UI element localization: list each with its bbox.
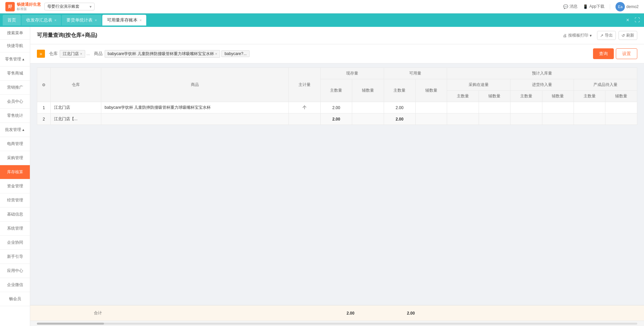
sidebar-item-guide[interactable]: 新手引导 (0, 250, 30, 264)
footer-pp-main (517, 308, 547, 318)
fullscreen-btn[interactable]: ⛶ (633, 16, 641, 25)
expand-btn[interactable]: » (37, 50, 45, 58)
sidebar-item-marketing[interactable]: 营销推广 (0, 81, 30, 95)
tab-order-stats-close[interactable]: × (95, 18, 97, 22)
td-product-2 (101, 113, 288, 125)
sidebar-item-quick-nav[interactable]: 快捷导航 (0, 40, 30, 52)
th-purchase-transit: 采购在途量 (447, 79, 511, 91)
warehouse-remove[interactable]: × (80, 52, 82, 56)
close-all-btn[interactable]: × (625, 16, 631, 25)
message-label: 消息 (570, 4, 578, 9)
td-prod-aux-2 (605, 113, 637, 125)
brand-name: 畅捷通好生意 (17, 2, 41, 7)
td-avail-main-1: 2.00 (384, 102, 415, 113)
footer-avail-main: 2.00 (396, 308, 426, 318)
product-tag-2-value: babycare?... (224, 51, 247, 56)
sidebar: 搜索菜单 快捷导航 零售管理 ▲ 零售商城 营销推广 会员中心 零售统计 批发管… (0, 27, 30, 326)
warehouse-label: 仓库 (49, 51, 58, 57)
footer-table: 合计 2.00 2.00 (37, 308, 637, 318)
table-footer: 合计 2.00 2.00 (30, 305, 644, 321)
sidebar-item-wechat[interactable]: 企业微信 (0, 278, 30, 292)
sidebar-item-inventory[interactable]: 库存核算 (0, 165, 30, 179)
tab-order-stats[interactable]: 要货单统计表 × (62, 15, 101, 26)
query-btn[interactable]: 查询 (593, 48, 614, 59)
footer-pp-aux (547, 308, 577, 318)
td-avail-main-2: 2.00 (384, 113, 415, 125)
td-index-1: 1 (37, 102, 51, 113)
horizontal-scrollbar[interactable] (30, 321, 644, 326)
print-template-btn[interactable]: 🖨 按模板打印 ▾ (560, 31, 594, 40)
th-planned-inbound: 预计入库量 (447, 68, 637, 79)
settings-btn[interactable]: 设置 (616, 48, 637, 59)
arrow-icon: ▲ (22, 57, 25, 61)
td-warehouse-1: 江北门店 (51, 102, 101, 113)
th-avail-main: 主数量 (384, 79, 415, 102)
td-pp-aux-2 (542, 113, 574, 125)
avatar: Ea (615, 2, 625, 11)
app-download-btn[interactable]: 📱 App下载 (583, 4, 604, 9)
sidebar-item-enterprise[interactable]: 企业协同 (0, 236, 30, 250)
td-unit-1: 个 (289, 102, 320, 113)
sidebar-item-retail-mgmt[interactable]: 零售管理 ▲ (0, 52, 30, 66)
sidebar-item-member[interactable]: 会员中心 (0, 95, 30, 109)
th-main-unit: 主计量 (289, 68, 320, 102)
th-pp-main: 主数量 (511, 91, 542, 102)
message-btn[interactable]: 💬 消息 (563, 4, 578, 9)
sidebar-item-retail-stats[interactable]: 零售统计 (0, 109, 30, 123)
th-settings[interactable]: ⚙ (37, 68, 51, 102)
td-pp-main-1 (511, 102, 542, 113)
th-avail-aux: 辅数量 (415, 79, 447, 102)
export-btn[interactable]: ↗ 导出 (597, 31, 616, 40)
tab-receipts-close[interactable]: × (54, 18, 56, 22)
user-menu[interactable]: Ea demo2 (615, 2, 639, 11)
th-prod-main: 主数量 (574, 91, 605, 102)
refresh-btn[interactable]: ↺ 刷新 (619, 31, 637, 40)
page-header: 可用量查询(按仓库+商品) 🖨 按模板打印 ▾ ↗ 导出 ↺ 刷新 (30, 27, 644, 44)
sidebar-item-retail-shop[interactable]: 零售商城 (0, 66, 30, 81)
th-pt-main: 主数量 (447, 91, 479, 102)
page-title: 可用量查询(按仓库+商品) (37, 32, 97, 39)
content: 可用量查询(按仓库+商品) 🖨 按模板打印 ▾ ↗ 导出 ↺ 刷新 » (30, 27, 644, 326)
product-tag-1-value: babycare学饮杯 儿童防摔防撞吸管杯重力球吸嘴杯宝宝水杯 (108, 51, 214, 57)
industry-name: 母婴行业演示账套 (47, 4, 79, 9)
table-row: 1 江北门店 babycare学饮杯 儿童防摔防撞吸管杯重力球吸嘴杯宝宝水杯 个… (37, 102, 637, 113)
export-label: 导出 (605, 33, 613, 38)
scroll-thumb[interactable] (37, 323, 104, 325)
th-warehouse: 仓库 (51, 68, 101, 102)
footer-spacer-2 (50, 308, 91, 318)
topbar: 好 畅捷通好生意 标准版 母婴行业演示账套 ▾ 💬 消息 📱 App下载 Ea … (0, 0, 644, 13)
tab-order-stats-label: 要货单统计表 (66, 17, 93, 23)
td-pp-aux-1 (542, 102, 574, 113)
sidebar-item-vip[interactable]: 畅会员 (0, 292, 30, 306)
avatar-text: Ea (618, 5, 623, 9)
data-table: ⚙ 仓库 商品 主计量 现存量 可用量 预计入库量 主数量 辅数量 主数量 辅数… (37, 67, 637, 125)
sidebar-item-purchase[interactable]: 采购管理 (0, 151, 30, 165)
th-available: 可用量 (384, 68, 447, 79)
sidebar-item-operations[interactable]: 经营管理 (0, 193, 30, 207)
print-label: 按模板打印 (568, 33, 588, 38)
sidebar-item-ecommerce[interactable]: 电商管理 (0, 137, 30, 151)
sidebar-item-wholesale[interactable]: 批发管理 ▲ (0, 123, 30, 137)
warehouse-more[interactable]: ... (87, 51, 90, 56)
tab-available-stock[interactable]: 可用量库存账本 × (102, 15, 146, 26)
sidebar-item-app-center[interactable]: 应用中心 (0, 264, 30, 278)
sidebar-item-search[interactable]: 搜索菜单 (0, 27, 30, 40)
app-icon: 📱 (583, 4, 588, 9)
footer-spacer-1 (37, 308, 50, 318)
th-pt-aux: 辅数量 (479, 91, 510, 102)
product-tag-2: babycare?... (221, 50, 250, 57)
tab-home[interactable]: 首页 (3, 15, 21, 26)
product-label: 商品 (94, 51, 103, 57)
td-pt-main-2 (447, 113, 479, 125)
tab-available-stock-close[interactable]: × (140, 18, 142, 22)
sidebar-item-basic-info[interactable]: 基础信息 (0, 207, 30, 222)
brand-logo: 好 畅捷通好生意 标准版 (5, 2, 41, 11)
sidebar-item-system[interactable]: 系统管理 (0, 222, 30, 236)
tab-receipts[interactable]: 收发存汇总表 × (21, 15, 61, 26)
th-product: 商品 (101, 68, 288, 102)
industry-selector[interactable]: 母婴行业演示账套 ▾ (44, 3, 95, 10)
product-tag-1-remove[interactable]: × (215, 52, 217, 56)
page-actions: 🖨 按模板打印 ▾ ↗ 导出 ↺ 刷新 (560, 31, 637, 40)
tabbar: 首页 收发存汇总表 × 要货单统计表 × 可用量库存账本 × × ⛶ (0, 13, 644, 27)
sidebar-item-finance[interactable]: 资金管理 (0, 179, 30, 193)
